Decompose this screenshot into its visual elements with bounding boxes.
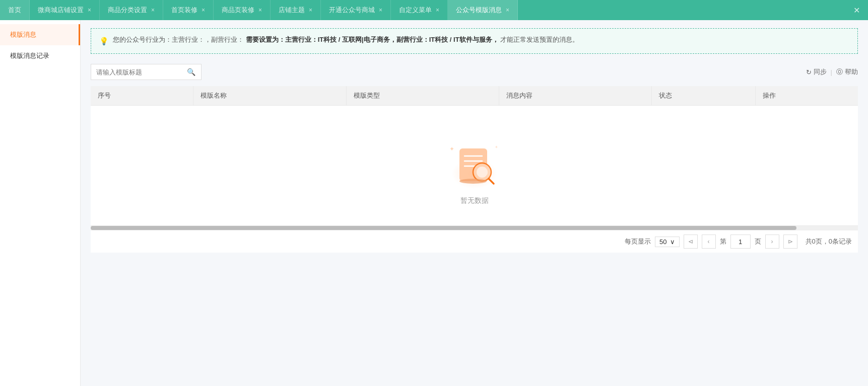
search-icon[interactable]: 🔍 <box>187 68 195 76</box>
content-area: 💡 您的公众号行业为：主营行业：，副营行业： 需要设置为：主营行业：IT科技 /… <box>81 20 868 386</box>
empty-illustration: ✦ ✦ <box>444 136 505 196</box>
tab-custom-menu[interactable]: 自定义菜单 × <box>391 0 448 20</box>
tab-close-custom-menu[interactable]: × <box>436 7 439 14</box>
svg-text:✦: ✦ <box>495 145 498 149</box>
first-page-button[interactable]: ⊲ <box>684 235 698 249</box>
sidebar: 模版消息模版消息记录 <box>0 20 81 386</box>
tab-close-homepage-decor[interactable]: × <box>202 7 205 14</box>
sidebar-item-template-record[interactable]: 模版消息记录 <box>0 45 80 66</box>
sync-icon: ↻ <box>806 68 812 76</box>
col-header-action: 操作 <box>755 86 858 106</box>
tab-close-product-decor[interactable]: × <box>258 7 262 14</box>
svg-point-8 <box>459 179 487 184</box>
page-prefix-label: 第 <box>720 237 726 246</box>
svg-point-6 <box>477 167 488 178</box>
col-header-index: 序号 <box>91 86 193 106</box>
tab-bar: 首页微商城店铺设置 ×商品分类设置 ×首页装修 ×商品页装修 ×店铺主题 ×开通… <box>0 0 868 20</box>
tab-store-theme[interactable]: 店铺主题 × <box>271 0 321 20</box>
tab-template-msg[interactable]: 公众号模版消息 × <box>448 0 518 20</box>
toolbar-right: ↻ 同步 | ⓪ 帮助 <box>806 67 858 76</box>
scroll-thumb[interactable] <box>91 226 796 230</box>
page-unit-label: 页 <box>755 237 761 246</box>
tab-product-decor[interactable]: 商品页装修 × <box>214 0 271 20</box>
tab-open-mall[interactable]: 开通公众号商城 × <box>321 0 391 20</box>
empty-text: 暂无数据 <box>460 196 489 205</box>
last-page-button[interactable]: ⊳ <box>783 235 797 249</box>
tab-homepage-decor[interactable]: 首页装修 × <box>163 0 214 20</box>
notice-prefix: 您的公众号行业为：主营行业：，副营行业： <box>113 36 244 43</box>
notice-suffix: 才能正常发送预置的消息。 <box>500 36 579 43</box>
per-page-chevron: ∨ <box>670 238 675 246</box>
sync-button[interactable]: ↻ 同步 <box>806 67 827 76</box>
main-layout: 模版消息模版消息记录 💡 您的公众号行业为：主营行业：，副营行业： 需要设置为：… <box>0 20 868 386</box>
tab-shop-settings[interactable]: 微商城店铺设置 × <box>30 0 100 20</box>
col-header-type: 模版类型 <box>346 86 499 106</box>
svg-text:✦: ✦ <box>449 145 454 152</box>
toolbar: 🔍 ↻ 同步 | ⓪ 帮助 <box>91 64 858 80</box>
tab-category-settings[interactable]: 商品分类设置 × <box>100 0 163 20</box>
table-header: 序号模版名称模版类型消息内容状态操作 <box>91 86 858 106</box>
tab-close-open-mall[interactable]: × <box>379 7 382 14</box>
pagination-bar: 每页显示 50 ∨ ⊲ ‹ 第 页 › ⊳ 共0页，0条记录 <box>91 230 858 253</box>
empty-state: ✦ ✦ 暂无数据 <box>91 106 858 225</box>
notice-highlight: 需要设置为：主营行业：IT科技 / 互联网|电子商务，副营行业：IT科技 / I… <box>246 36 499 43</box>
help-button[interactable]: ⓪ 帮助 <box>836 67 858 76</box>
tab-close-store-theme[interactable]: × <box>309 7 312 14</box>
notice-icon: 💡 <box>99 35 109 47</box>
toolbar-divider: | <box>831 68 832 76</box>
sync-label: 同步 <box>814 67 827 76</box>
per-page-select[interactable]: 50 ∨ <box>655 237 679 247</box>
tab-close-template-msg[interactable]: × <box>506 7 509 14</box>
page-total-info: 共0页，0条记录 <box>806 237 852 246</box>
horizontal-scrollbar[interactable] <box>91 226 858 230</box>
search-input[interactable] <box>96 68 187 76</box>
prev-page-button[interactable]: ‹ <box>702 235 716 249</box>
window-close-button[interactable]: ✕ <box>845 6 868 15</box>
search-box: 🔍 <box>91 64 202 80</box>
notice-box: 💡 您的公众号行业为：主营行业：，副营行业： 需要设置为：主营行业：IT科技 /… <box>91 28 858 54</box>
help-icon: ⓪ <box>836 67 843 76</box>
tab-close-category-settings[interactable]: × <box>151 7 155 14</box>
per-page-label: 每页显示 <box>625 237 651 246</box>
tab-close-shop-settings[interactable]: × <box>88 7 91 14</box>
tab-home[interactable]: 首页 <box>0 0 30 20</box>
sidebar-item-template-msg[interactable]: 模版消息 <box>0 24 80 45</box>
next-page-button[interactable]: › <box>765 235 779 249</box>
col-header-name: 模版名称 <box>193 86 346 106</box>
col-header-status: 状态 <box>651 86 755 106</box>
col-header-content: 消息内容 <box>499 86 651 106</box>
help-label: 帮助 <box>845 67 858 76</box>
data-table: 序号模版名称模版类型消息内容状态操作 ✦ ✦ 暂无数据 <box>91 86 858 226</box>
notice-text: 您的公众号行业为：主营行业：，副营行业： 需要设置为：主营行业：IT科技 / 互… <box>113 35 579 45</box>
page-number-input[interactable] <box>730 235 751 249</box>
per-page-value: 50 <box>659 238 666 246</box>
